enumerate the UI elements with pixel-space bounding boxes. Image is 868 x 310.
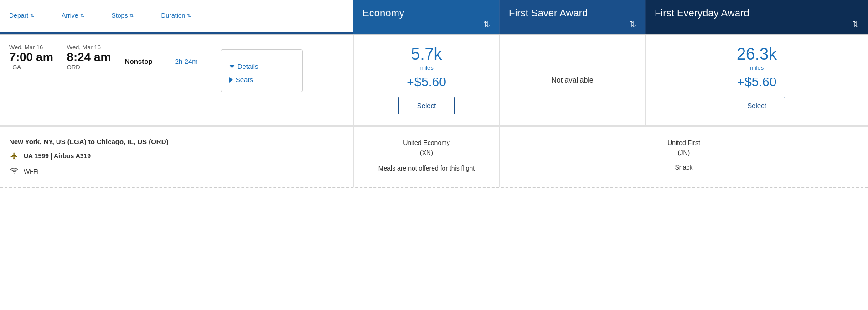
depart-sort-header[interactable]: Depart ⇅ — [9, 12, 34, 19]
arrive-label: Arrive — [62, 12, 78, 19]
depart-block: Wed, Mar 16 7:00 am LGA — [9, 44, 53, 71]
wifi-label: Wi-Fi — [24, 168, 39, 175]
depart-label: Depart — [9, 12, 28, 19]
first-saver-header: First Saver Award ⇅ — [499, 0, 645, 34]
duration-label: Duration — [161, 12, 185, 19]
details-seats-panel: Details Seats — [221, 49, 303, 92]
first-everyday-price-cell: 26.3k miles +$5.60 Select — [645, 35, 868, 125]
economy-tax: +$5.60 — [407, 75, 446, 89]
first-saver-price-cell: Not available — [499, 35, 645, 125]
wifi-row: Wi-Fi — [9, 166, 344, 176]
arrive-sort-header[interactable]: Arrive ⇅ — [62, 12, 84, 19]
depart-airport: LGA — [9, 64, 53, 71]
first-everyday-header: First Everyday Award ⇅ — [645, 0, 868, 34]
flight-number: UA 1599 | Airbus A319 — [24, 152, 91, 160]
seats-button[interactable]: Seats — [229, 76, 294, 83]
depart-sort-icon: ⇅ — [30, 13, 34, 19]
airplane-icon — [9, 152, 19, 160]
arrive-time: 8:24 am — [67, 51, 111, 64]
first-saver-not-available: Not available — [551, 76, 594, 84]
wifi-icon — [9, 166, 19, 176]
first-everyday-select-button[interactable]: Select — [728, 97, 785, 114]
economy-miles-label: miles — [419, 64, 433, 71]
details-panel: New York, NY, US (LGA) to Chicago, IL, U… — [0, 126, 868, 188]
economy-cabin-class: United Economy(XN) — [363, 138, 490, 158]
details-main-section: New York, NY, US (LGA) to Chicago, IL, U… — [0, 127, 353, 187]
stops-block: Nonstop — [125, 44, 161, 65]
svg-point-0 — [14, 173, 15, 174]
header-left: Depart ⇅ Arrive ⇅ Stops ⇅ Duration ⇅ — [0, 0, 353, 34]
economy-sort-btn[interactable]: ⇅ — [483, 19, 490, 29]
economy-price-cell: 5.7k miles +$5.60 Select — [353, 35, 499, 125]
duration-sort-header[interactable]: Duration ⇅ — [161, 12, 191, 19]
arrive-date: Wed, Mar 16 — [67, 44, 111, 51]
economy-select-button[interactable]: Select — [398, 97, 455, 114]
economy-header: Economy ⇅ — [353, 0, 499, 34]
stops-value: Nonstop — [125, 57, 161, 65]
economy-meal-info: Meals are not offered for this flight — [363, 164, 490, 173]
arrive-airport: ORD — [67, 64, 111, 71]
stops-sort-header[interactable]: Stops ⇅ — [112, 12, 134, 19]
duration-block: 2h 24m — [175, 44, 212, 65]
first-everyday-header-label: First Everyday Award — [655, 7, 749, 19]
details-button[interactable]: Details — [229, 62, 294, 70]
flight-info: Wed, Mar 16 7:00 am LGA Wed, Mar 16 8:24… — [0, 35, 353, 125]
first-everyday-miles: 26.3k — [737, 46, 777, 62]
first-everyday-tax: +$5.60 — [737, 75, 776, 89]
duration-value: 2h 24m — [175, 57, 212, 65]
arrive-block: Wed, Mar 16 8:24 am ORD — [67, 44, 111, 71]
first-everyday-sort-btn[interactable]: ⇅ — [852, 19, 859, 29]
first-snack-info: Snack — [509, 164, 859, 171]
seats-label: Seats — [236, 76, 253, 83]
economy-header-label: Economy — [362, 7, 404, 19]
duration-sort-icon: ⇅ — [187, 13, 191, 19]
depart-date: Wed, Mar 16 — [9, 44, 53, 51]
details-first-section: United First(JN) Snack — [499, 127, 868, 187]
details-triangle-icon — [229, 65, 235, 68]
seats-triangle-icon — [229, 77, 233, 83]
flight-number-row: UA 1599 | Airbus A319 — [9, 152, 344, 160]
header-row: Depart ⇅ Arrive ⇅ Stops ⇅ Duration ⇅ Eco… — [0, 0, 868, 35]
first-cabin-class: United First(JN) — [509, 138, 859, 158]
depart-time: 7:00 am — [9, 51, 53, 64]
stops-sort-icon: ⇅ — [129, 13, 134, 19]
details-label: Details — [238, 62, 258, 70]
first-saver-sort-btn[interactable]: ⇅ — [629, 19, 636, 29]
stops-label: Stops — [112, 12, 128, 19]
economy-miles: 5.7k — [411, 46, 442, 62]
details-economy-section: United Economy(XN) Meals are not offered… — [353, 127, 499, 187]
flight-row: Wed, Mar 16 7:00 am LGA Wed, Mar 16 8:24… — [0, 35, 868, 126]
first-saver-header-label: First Saver Award — [509, 7, 588, 19]
arrive-sort-icon: ⇅ — [80, 13, 84, 19]
route-title: New York, NY, US (LGA) to Chicago, IL, U… — [9, 138, 344, 145]
first-everyday-miles-label: miles — [750, 64, 764, 71]
flight-times: Wed, Mar 16 7:00 am LGA Wed, Mar 16 8:24… — [9, 44, 212, 71]
